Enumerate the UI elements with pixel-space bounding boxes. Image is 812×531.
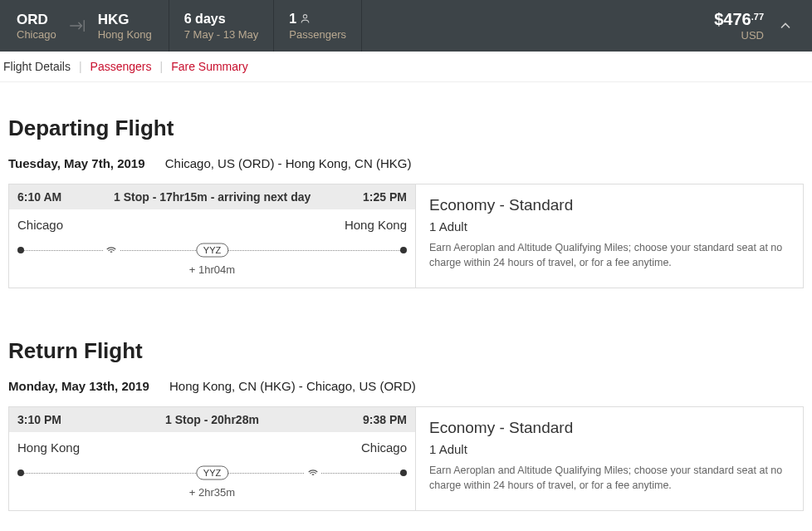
departing-dep-city: Chicago [17, 218, 63, 232]
departing-dep-time: 6:10 AM [17, 190, 61, 204]
departing-summary: 1 Stop - 17hr15m - arriving next day [114, 190, 311, 204]
pax-count: 1 [289, 12, 296, 27]
origin-city: Chicago [17, 28, 56, 41]
summary-header: ORD Chicago HKG Hong Kong 6 days 7 May -… [0, 0, 812, 52]
price: $476 .77 [714, 10, 764, 29]
return-fare-desc: Earn Aeroplan and Altitude Qualifying Mi… [429, 463, 790, 493]
departing-fare-panel: Economy - Standard 1 Adult Earn Aeroplan… [416, 184, 803, 288]
timeline-end-dot [400, 470, 407, 476]
return-stop-code: YYZ [196, 466, 228, 480]
dest-code: HKG [98, 12, 152, 28]
departing-date: Tuesday, May 7th, 2019 [8, 156, 145, 170]
destination: HKG Hong Kong [98, 12, 152, 41]
return-timeline: YYZ [17, 463, 407, 483]
departing-arr-time: 1:25 PM [363, 190, 407, 204]
timeline-end-dot [400, 247, 407, 253]
return-fare-panel: Economy - Standard 1 Adult Earn Aeroplan… [416, 407, 803, 510]
route-cell[interactable]: ORD Chicago HKG Hong Kong [0, 0, 169, 52]
departing-pax: 1 Adult [429, 219, 790, 234]
return-timeline-panel[interactable]: 3:10 PM 1 Stop - 20hr28m 9:38 PM Hong Ko… [9, 407, 416, 510]
tab-separator: | [79, 60, 82, 73]
return-layover: + 2hr35m [9, 483, 415, 510]
departing-route: Chicago, US (ORD) - Hong Kong, CN (HKG) [165, 156, 412, 170]
departing-arr-city: Hong Kong [345, 218, 407, 232]
duration-days: 6 days [184, 12, 259, 27]
date-range: 7 May - 13 May [184, 28, 259, 41]
tab-passengers[interactable]: Passengers [90, 60, 152, 73]
tab-fare-summary[interactable]: Fare Summary [171, 60, 248, 73]
wifi-icon [103, 243, 120, 258]
return-arr-city: Chicago [361, 440, 407, 455]
departing-cities: Chicago Hong Kong [9, 209, 415, 237]
timeline-start-dot [17, 247, 24, 253]
tabs: Flight Details | Passengers | Fare Summa… [0, 52, 812, 82]
return-title: Return Flight [8, 338, 804, 364]
person-icon [300, 13, 311, 24]
departing-date-route: Tuesday, May 7th, 2019 Chicago, US (ORD)… [8, 156, 804, 170]
return-time-bar: 3:10 PM 1 Stop - 20hr28m 9:38 PM [9, 407, 415, 432]
return-route: Hong Kong, CN (HKG) - Chicago, US (ORD) [169, 379, 416, 393]
wifi-icon [305, 465, 321, 480]
tab-separator: | [160, 60, 164, 73]
dest-city: Hong Kong [98, 28, 152, 41]
pax-label: Passengers [289, 28, 346, 41]
departing-timeline-panel[interactable]: 6:10 AM 1 Stop - 17hr15m - arriving next… [9, 184, 416, 288]
header-spacer [362, 0, 696, 52]
departing-layover: + 1hr04m [9, 260, 415, 288]
departing-timeline: YYZ [17, 240, 407, 260]
price-cents: .77 [751, 12, 764, 22]
return-fare-class: Economy - Standard [429, 419, 790, 437]
passengers-cell[interactable]: 1 Passengers [274, 0, 362, 52]
departing-stop-code: YYZ [196, 243, 228, 258]
departing-fare-class: Economy - Standard [429, 196, 790, 214]
currency: USD [741, 29, 764, 42]
return-arr-time: 9:38 PM [363, 413, 407, 426]
departing-card: 6:10 AM 1 Stop - 17hr15m - arriving next… [8, 184, 804, 288]
departing-time-bar: 6:10 AM 1 Stop - 17hr15m - arriving next… [9, 184, 415, 209]
departing-fare-desc: Earn Aeroplan and Altitude Qualifying Mi… [429, 240, 790, 270]
return-cities: Hong Kong Chicago [9, 432, 415, 460]
content: Departing Flight Tuesday, May 7th, 2019 … [0, 82, 812, 531]
origin: ORD Chicago [17, 12, 56, 41]
svg-point-0 [304, 15, 307, 18]
price-cell[interactable]: $476 .77 USD [696, 0, 812, 52]
origin-code: ORD [17, 12, 56, 28]
return-dep-time: 3:10 PM [17, 413, 61, 426]
timeline-start-dot [17, 470, 24, 476]
return-summary: 1 Stop - 20hr28m [165, 413, 259, 426]
return-date: Monday, May 13th, 2019 [8, 379, 149, 393]
return-card: 3:10 PM 1 Stop - 20hr28m 9:38 PM Hong Ko… [8, 406, 804, 511]
chevron-up-icon[interactable] [777, 17, 794, 34]
return-pax: 1 Adult [429, 442, 790, 456]
tab-flight-details[interactable]: Flight Details [3, 60, 71, 73]
duration-cell[interactable]: 6 days 7 May - 13 May [169, 0, 275, 52]
plane-icon [68, 17, 86, 35]
return-dep-city: Hong Kong [17, 440, 80, 455]
return-date-route: Monday, May 13th, 2019 Hong Kong, CN (HK… [8, 379, 804, 393]
departing-title: Departing Flight [8, 116, 804, 141]
price-main: $476 [714, 10, 751, 29]
